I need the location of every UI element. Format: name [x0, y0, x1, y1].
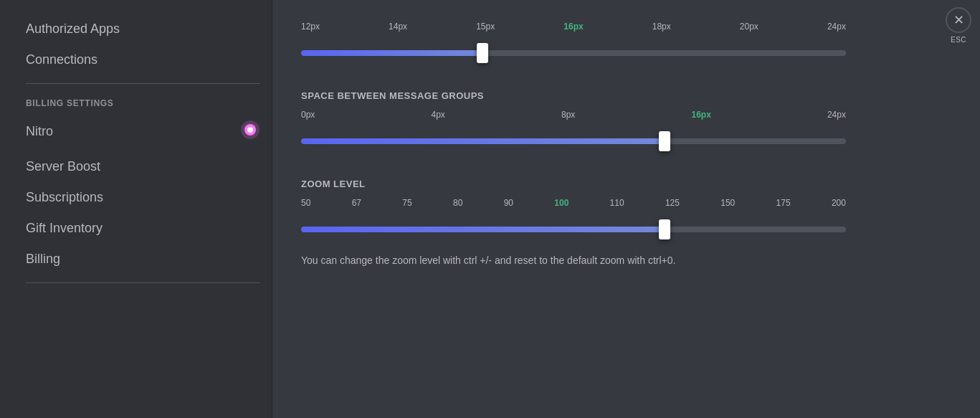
sidebar-item-label: Connections [26, 52, 97, 67]
sidebar-item-nitro[interactable]: Nitro [14, 113, 272, 151]
tick-100: 100 [554, 198, 569, 208]
zoom-slider-container: 50 67 75 80 90 100 110 125 150 175 200 [301, 198, 846, 244]
space-between-ticks: 0px 4px 8px 16px 24px [301, 110, 846, 120]
font-size-ticks: 12px 14px 15px 16px 18px 20px 24px [301, 22, 846, 32]
tick-90: 90 [504, 198, 513, 208]
tick-200: 200 [832, 198, 846, 208]
tick-15px: 15px [476, 22, 495, 32]
tick-12px: 12px [301, 22, 320, 32]
font-size-track [301, 39, 846, 67]
tick-125: 125 [665, 198, 680, 208]
space-between-slider-container: 0px 4px 8px 16px 24px [301, 110, 846, 156]
tick-50: 50 [301, 198, 310, 208]
tick-0px: 0px [301, 110, 315, 120]
sidebar-divider-bottom [26, 282, 260, 283]
tick-67: 67 [352, 198, 361, 208]
tick-8px: 8px [561, 110, 575, 120]
space-between-track [301, 127, 846, 156]
sidebar-item-gift-inventory[interactable]: Gift Inventory [14, 214, 272, 243]
zoom-track [301, 215, 846, 244]
tick-14px: 14px [389, 22, 407, 32]
zoom-label: ZOOM LEVEL [301, 179, 908, 189]
font-size-slider-section: 12px 14px 15px 16px 18px 20px 24px [301, 22, 908, 67]
sidebar-item-label: Authorized Apps [26, 22, 120, 36]
tick-80: 80 [453, 198, 462, 208]
zoom-slider-section: ZOOM LEVEL 50 67 75 80 90 100 110 125 15… [301, 179, 908, 268]
space-between-label: SPACE BETWEEN MESSAGE GROUPS [301, 90, 908, 101]
sidebar-item-subscriptions[interactable]: Subscriptions [14, 183, 272, 212]
svg-point-2 [247, 127, 253, 133]
tick-16px-active: 16px [691, 110, 710, 120]
sidebar-item-connections[interactable]: Connections [14, 45, 272, 75]
font-size-slider-container: 12px 14px 15px 16px 18px 20px 24px [301, 22, 846, 67]
tick-75: 75 [402, 198, 411, 208]
sidebar: Authorized Apps Connections BILLING SETT… [0, 0, 272, 418]
tick-150: 150 [720, 198, 735, 208]
esc-label: ESC [951, 36, 966, 44]
nitro-icon [240, 120, 260, 143]
sidebar-divider [26, 83, 260, 84]
tick-24px: 24px [827, 22, 846, 32]
sidebar-item-server-boost[interactable]: Server Boost [14, 152, 272, 181]
tick-18px: 18px [652, 22, 671, 32]
billing-section-header: BILLING SETTINGS [14, 91, 272, 113]
main-content: 12px 14px 15px 16px 18px 20px 24px SPACE… [272, 0, 937, 418]
sidebar-item-label: Subscriptions [26, 190, 103, 204]
tick-4px: 4px [431, 110, 444, 120]
close-button[interactable]: ✕ [946, 7, 971, 33]
tick-16px: 16px [563, 22, 583, 32]
sidebar-item-label: Gift Inventory [26, 221, 103, 235]
sidebar-item-label: Nitro [26, 124, 53, 139]
sidebar-item-label: Server Boost [26, 159, 100, 174]
sidebar-item-authorized-apps[interactable]: Authorized Apps [14, 14, 272, 44]
tick-24px-2: 24px [827, 110, 846, 120]
zoom-ticks: 50 67 75 80 90 100 110 125 150 175 200 [301, 198, 846, 208]
sidebar-item-label: Billing [26, 252, 60, 266]
space-between-slider-section: SPACE BETWEEN MESSAGE GROUPS 0px 4px 8px… [301, 90, 908, 156]
zoom-note: You can change the zoom level with ctrl … [301, 252, 803, 268]
tick-20px: 20px [740, 22, 758, 32]
sidebar-item-billing[interactable]: Billing [14, 244, 272, 274]
tick-175: 175 [776, 198, 791, 208]
tick-110: 110 [610, 198, 624, 208]
close-area: ✕ ESC [937, 0, 980, 418]
